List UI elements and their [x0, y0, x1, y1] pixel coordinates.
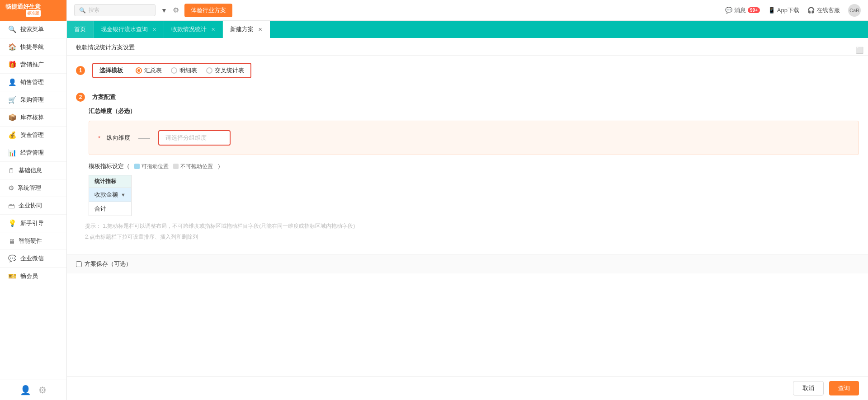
sidebar-bottom-icon-right[interactable]: ⚙ [38, 385, 47, 395]
marketing-icon: 🎁 [8, 61, 17, 69]
cancel-button[interactable]: 取消 [793, 381, 824, 395]
indicator-cell-amount[interactable]: 收款金额 ▼ [89, 188, 131, 202]
tab-home-label: 首页 [74, 25, 86, 33]
indicator-title-close: ） [217, 162, 223, 170]
smart-hw-icon: 🖥 [8, 237, 15, 245]
radio-cross[interactable]: 交叉统计表 [206, 66, 244, 75]
sidebar-item-system[interactable]: ⚙ 系统管理 [0, 179, 66, 197]
save-checkbox[interactable] [76, 261, 82, 267]
search-menu-icon: 🔍 [8, 25, 17, 33]
sidebar-logo-badge: 标准版 [26, 10, 41, 17]
dim-dropdown[interactable]: 请选择分组维度 [158, 130, 231, 146]
sidebar-item-label: 经营管理 [20, 149, 44, 157]
sidebar-item-wechat[interactable]: 💬 企业微信 [0, 250, 66, 268]
tab-bank-flow-close[interactable]: ✕ [152, 27, 156, 33]
sidebar-logo-name: 畅捷通好生意 [5, 3, 41, 10]
sidebar-item-finance[interactable]: 💰 资金管理 [0, 127, 66, 144]
indicator-cell-total: 合计 [89, 202, 131, 216]
vertical-dim-label: 纵向维度 [107, 134, 130, 142]
message-icon: 💬 [725, 7, 732, 14]
tabs-container: 首页 现金银行流水查询 ✕ 收款情况统计 ✕ 新建方案 ✕ ✕ ⬜ [67, 21, 868, 38]
inventory-icon: 📦 [8, 113, 17, 122]
sidebar-item-label: 基础信息 [19, 166, 42, 174]
sidebar-bottom-icon-left[interactable]: 👤 [20, 385, 31, 395]
tab-collection-stats-label: 收款情况统计 [171, 25, 207, 33]
dim-arrow: —— [138, 135, 150, 141]
tab-new-plan[interactable]: 新建方案 ✕ [223, 21, 270, 38]
sidebar-logo: 畅捷通好生意 标准版 [0, 0, 66, 21]
trial-button[interactable]: 体验行业方案 [184, 4, 232, 17]
dim-row: * 纵向维度 —— 请选择分组维度 [98, 130, 849, 146]
fixed-dot [173, 164, 179, 169]
sidebar-item-label: 企业微信 [20, 254, 44, 263]
radio-summary-label: 汇总表 [144, 66, 162, 75]
service-icon: 🎧 [807, 7, 815, 14]
template-select-box: 选择模板 汇总表 明细表 [92, 63, 251, 78]
tip1: 提示： 1.拖动标题栏可以调整布局，不可跨维度或指标区域拖动栏目字段(只能在同一… [85, 221, 850, 231]
window-maximize-button[interactable]: ⬜ [856, 47, 863, 54]
step2-badge: 2 [76, 93, 85, 102]
chevron-down-icon: ▼ [121, 192, 126, 198]
tab-home[interactable]: 首页 [67, 21, 94, 38]
online-service-label: 在线客服 [816, 6, 840, 14]
legend-fixed-label: 不可拖动位置 [180, 163, 213, 170]
tab-collection-stats-close[interactable]: ✕ [211, 27, 215, 33]
content-area: 收款情况统计方案设置 1 选择模板 汇总表 [67, 38, 868, 376]
window-close-button[interactable]: ✕ [847, 47, 852, 54]
radio-cross-dot [206, 67, 212, 74]
page-content: 收款情况统计方案设置 1 选择模板 汇总表 [67, 38, 868, 376]
message-item[interactable]: 💬 消息 99+ [725, 6, 760, 14]
sidebar-item-guide[interactable]: 💡 新手引导 [0, 215, 66, 232]
sales-icon: 👤 [8, 78, 17, 86]
sidebar-item-member[interactable]: 🎫 畅会员 [0, 268, 66, 285]
sidebar-item-label: 搜索菜单 [20, 25, 44, 33]
search-icon: 🔍 [79, 7, 86, 14]
page-title: 收款情况统计方案设置 [76, 44, 135, 51]
enterprise-icon: 🗃 [8, 202, 15, 210]
legend-movable: 可拖动位置 [134, 163, 169, 170]
app-download-item[interactable]: 📱 App下载 [768, 6, 799, 14]
search-dropdown-button[interactable]: ▼ [161, 7, 167, 14]
user-avatar[interactable]: CaR [848, 4, 861, 17]
required-mark: * [98, 135, 100, 141]
query-button[interactable]: 查询 [829, 381, 859, 395]
sidebar-item-smart-hw[interactable]: 🖥 智能硬件 [0, 232, 66, 250]
radio-summary-dot [136, 67, 142, 74]
app-download-label: App下载 [777, 6, 799, 14]
member-icon: 🎫 [8, 272, 17, 280]
purchase-icon: 🛒 [8, 96, 17, 104]
indicator-title: 模板指标设定（ [89, 162, 130, 170]
online-service-item[interactable]: 🎧 在线客服 [807, 6, 840, 14]
sidebar-item-basic-info[interactable]: 🗒 基础信息 [0, 162, 66, 179]
sidebar-item-search-menu[interactable]: 🔍 搜索菜单 [0, 21, 66, 38]
window-controls: ✕ ⬜ [842, 42, 868, 59]
gear-icon[interactable]: ⚙ [173, 6, 179, 14]
tab-collection-stats[interactable]: 收款情况统计 ✕ [164, 21, 223, 38]
tabs-bar: 首页 现金银行流水查询 ✕ 收款情况统计 ✕ 新建方案 ✕ [67, 21, 868, 38]
radio-detail[interactable]: 明细表 [171, 66, 197, 75]
sidebar-item-sales[interactable]: 👤 销售管理 [0, 74, 66, 91]
sidebar-item-marketing[interactable]: 🎁 营销推广 [0, 56, 66, 74]
step2-section: 2 方案配置 汇总维度（必选） * 纵向维度 —— 请选择分组 [67, 93, 868, 254]
radio-detail-dot [171, 67, 177, 74]
sidebar-item-label: 系统管理 [18, 184, 41, 192]
sidebar-item-enterprise[interactable]: 🗃 企业协同 [0, 197, 66, 215]
tip2: 2.点击标题栏下拉可设置排序、插入列和删除列 [85, 231, 850, 242]
page-header: 收款情况统计方案设置 [67, 38, 868, 56]
sidebar-item-purchase[interactable]: 🛒 采购管理 [0, 91, 66, 109]
sidebar-item-operation[interactable]: 📊 经营管理 [0, 144, 66, 162]
sidebar-item-label: 企业协同 [19, 202, 42, 210]
sidebar-item-inventory[interactable]: 📦 库存核算 [0, 109, 66, 127]
footer-bar: 取消 查询 [67, 376, 868, 400]
radio-summary[interactable]: 汇总表 [136, 66, 162, 75]
sidebar-item-label: 快捷导航 [20, 43, 44, 51]
tab-new-plan-close[interactable]: ✕ [258, 27, 262, 33]
save-option: 方案保存（可选） [67, 254, 868, 273]
main-area: 🔍 搜索 ▼ ⚙ 体验行业方案 💬 消息 99+ 📱 App下载 🎧 在线客服 … [67, 0, 868, 400]
step1-label: 选择模板 [99, 66, 123, 75]
tab-new-plan-label: 新建方案 [230, 25, 254, 33]
tab-bank-flow[interactable]: 现金银行流水查询 ✕ [94, 21, 164, 38]
search-bar[interactable]: 🔍 搜索 [74, 4, 156, 16]
user-name: CaR [849, 8, 859, 13]
sidebar-item-quick-nav[interactable]: 🏠 快捷导航 [0, 38, 66, 56]
